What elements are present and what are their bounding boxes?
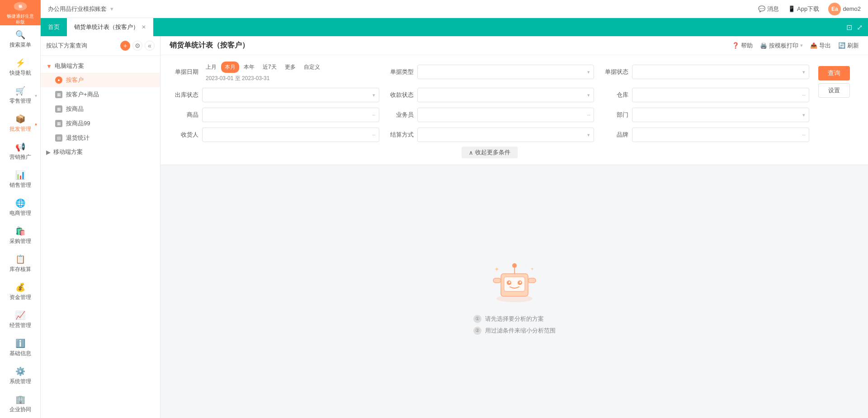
quick-nav-icon: ⚡ bbox=[15, 58, 25, 68]
date-tab-last7[interactable]: 近7天 bbox=[259, 62, 280, 73]
sidebar-item-ecommerce[interactable]: 🌐 电商管理 bbox=[0, 194, 41, 222]
date-tab-more[interactable]: 更多 bbox=[281, 62, 299, 73]
tip-2-num: ② bbox=[473, 327, 481, 335]
group-mobile-label: 移动端方案 bbox=[53, 148, 83, 156]
date-tab-last-month[interactable]: 上月 bbox=[202, 62, 220, 73]
department-input[interactable]: ▾ bbox=[632, 108, 809, 122]
sidebar-item-purchase[interactable]: 🛍️ 采购管理 bbox=[0, 222, 41, 250]
scheme-item-by-goods-label: 按商品 bbox=[66, 105, 84, 113]
receipt-status-input[interactable]: ▾ bbox=[417, 88, 594, 102]
sidebar-item-search-menu[interactable]: 🔍 搜索菜单 bbox=[0, 25, 41, 53]
sidebar-label-basic-info: 基础信息 bbox=[9, 350, 31, 357]
refresh-icon: 🔄 bbox=[838, 42, 845, 49]
collapse-btn[interactable]: ∧ 收起更多条件 bbox=[462, 147, 518, 158]
date-tabs: 上月 本月 本年 近7天 更多 自定义 bbox=[202, 62, 324, 73]
operations-icon: 📈 bbox=[15, 310, 25, 320]
filter-goods-item: 商品 ··· bbox=[170, 108, 379, 122]
sidebar-item-sales[interactable]: 📊 销售管理 bbox=[0, 166, 41, 194]
breadcrumb-text: 办公用品行业模拟账套 bbox=[48, 5, 107, 13]
filter-row-4: 收货人 ··· 结算方式 ▾ bbox=[170, 128, 809, 142]
warehouse-input[interactable]: ··· bbox=[632, 88, 809, 102]
sidebar-label-finance: 资金管理 bbox=[9, 294, 31, 301]
restore-icon[interactable]: ⊡ bbox=[846, 23, 852, 32]
tab-home[interactable]: 首页 bbox=[41, 18, 67, 36]
scheme-item-return-stats[interactable]: ▤ 退货统计 bbox=[41, 131, 160, 145]
wholesale-arrow: ▴ bbox=[35, 121, 37, 126]
brand-input[interactable]: ··· bbox=[632, 128, 809, 142]
app-download-icon: 📱 bbox=[788, 5, 795, 12]
export-btn[interactable]: 📤 导出 bbox=[810, 42, 831, 50]
sidebar-item-wholesale[interactable]: 📦 批发管理 ▴ bbox=[0, 109, 41, 138]
sidebar-item-inventory[interactable]: 📋 库存核算 bbox=[0, 250, 41, 278]
sidebar-item-marketing[interactable]: 📢 营销推广 bbox=[0, 138, 41, 166]
collapse-label: 收起更多条件 bbox=[475, 148, 510, 157]
receiver-input[interactable]: ··· bbox=[202, 128, 379, 142]
collapse-panel-btn[interactable]: « bbox=[145, 41, 155, 51]
expand-icon[interactable]: ⤢ bbox=[857, 23, 863, 32]
salesperson-input[interactable]: ··· bbox=[417, 108, 594, 122]
sidebar-label-retail: 零售管理 bbox=[9, 97, 31, 105]
svg-rect-4 bbox=[504, 277, 525, 291]
out-status-input[interactable]: ▾ bbox=[202, 88, 379, 102]
filter-row-2: 出库状态 ▾ 收款状态 ▾ bbox=[170, 88, 809, 102]
date-range: 2023-03-01 至 2023-03-31 bbox=[206, 75, 269, 82]
tab-close-icon[interactable]: ✕ bbox=[142, 24, 146, 30]
breadcrumb-chevron-icon: ▾ bbox=[110, 5, 113, 12]
svg-point-8 bbox=[519, 281, 521, 283]
query-btn[interactable]: 查询 bbox=[818, 66, 850, 81]
tab-sales-stats-label: 销货单统计表（按客户） bbox=[74, 23, 139, 31]
logo-sub: 标版 bbox=[16, 19, 25, 25]
svg-rect-11 bbox=[493, 278, 501, 283]
sidebar-item-system[interactable]: ⚙️ 系统管理 bbox=[0, 362, 41, 390]
logo-text: 畅捷通好生意 bbox=[7, 14, 34, 19]
date-tab-this-month[interactable]: 本月 bbox=[221, 62, 239, 73]
scheme-item-by-goods[interactable]: ▦ 按商品 bbox=[41, 102, 160, 116]
tab-bar: 首页 销货单统计表（按客户） ✕ ⊡ ⤢ bbox=[41, 18, 868, 36]
sidebar-item-finance[interactable]: 💰 资金管理 bbox=[0, 278, 41, 306]
tip-2-text: 用过滤条件来缩小分析范围 bbox=[485, 327, 556, 335]
refresh-btn[interactable]: 🔄 刷新 bbox=[838, 42, 859, 50]
add-scheme-btn[interactable]: + bbox=[120, 41, 130, 51]
goods-more-icon: ··· bbox=[372, 112, 375, 118]
scheme-group-desktop[interactable]: ▼ 电脑端方案 bbox=[41, 59, 160, 73]
user-area[interactable]: Ea demo2 bbox=[828, 3, 861, 15]
date-tab-custom[interactable]: 自定义 bbox=[300, 62, 324, 73]
scheme-item-by-goods-99-label: 按商品99 bbox=[66, 119, 90, 128]
scheme-item-by-customer-goods[interactable]: ▦ 按客户+商品 bbox=[41, 87, 160, 102]
scheme-settings-btn[interactable]: ⚙ bbox=[132, 41, 142, 51]
sidebar-item-operations[interactable]: 📈 经营管理 bbox=[0, 306, 41, 334]
doc-type-input[interactable]: ▾ bbox=[417, 65, 594, 79]
template-print-btn[interactable]: 🖨️ 按模板打印 ▾ bbox=[760, 42, 803, 50]
scheme-settings-icon: ⚙ bbox=[135, 42, 141, 49]
settings-btn[interactable]: 设置 bbox=[818, 83, 850, 98]
wholesale-icon: 📦 bbox=[15, 114, 25, 124]
help-btn[interactable]: ❓ 帮助 bbox=[732, 42, 753, 50]
scheme-group-mobile[interactable]: ▶ 移动端方案 bbox=[41, 145, 160, 159]
scheme-item-by-goods-99[interactable]: ▦ 按商品99 bbox=[41, 116, 160, 131]
doc-status-input[interactable]: ▾ bbox=[632, 65, 809, 79]
sidebar-item-enterprise[interactable]: 🏢 企业协同 bbox=[0, 390, 41, 418]
sidebar-label-purchase: 采购管理 bbox=[9, 238, 31, 245]
message-btn[interactable]: 💬 消息 bbox=[758, 5, 779, 13]
doc-status-arrow-icon: ▾ bbox=[802, 69, 805, 75]
add-icon: + bbox=[123, 42, 127, 49]
sidebar-item-quick-nav[interactable]: ⚡ 快捷导航 bbox=[0, 53, 41, 81]
doc-type-arrow-icon: ▾ bbox=[587, 69, 590, 75]
export-label: 导出 bbox=[819, 42, 831, 50]
sidebar-label-search-menu: 搜索菜单 bbox=[9, 41, 31, 49]
group-desktop-label: 电脑端方案 bbox=[55, 62, 84, 70]
sidebar-item-basic-info[interactable]: ℹ️ 基础信息 bbox=[0, 334, 41, 362]
right-panel: 销货单统计表（按客户） ❓ 帮助 🖨️ 按模板打印 ▾ 📤 导出 bbox=[160, 36, 868, 418]
filter-warehouse-item: 仓库 ··· bbox=[599, 88, 809, 102]
settlement-input[interactable]: ▾ bbox=[417, 128, 594, 142]
tab-sales-stats[interactable]: 销货单统计表（按客户） ✕ bbox=[67, 18, 153, 36]
svg-text:畅: 畅 bbox=[19, 5, 22, 9]
scheme-title: 按以下方案查询 bbox=[46, 42, 87, 50]
sidebar-item-retail[interactable]: 🛒 零售管理 ▾ bbox=[0, 81, 41, 109]
date-tab-this-year[interactable]: 本年 bbox=[240, 62, 258, 73]
goods-input[interactable]: ··· bbox=[202, 108, 379, 122]
app-download-btn[interactable]: 📱 App下载 bbox=[788, 5, 819, 13]
scheme-item-by-customer[interactable]: ● 按客户 bbox=[41, 73, 160, 87]
svg-point-7 bbox=[509, 281, 510, 283]
empty-tip-2: ② 用过滤条件来缩小分析范围 bbox=[473, 327, 556, 335]
